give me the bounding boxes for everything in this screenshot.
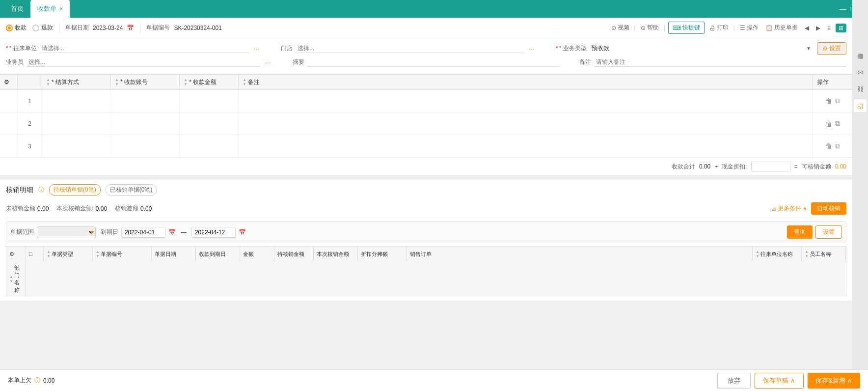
uncancelled-value: 0.00 [37,205,49,212]
bcol-current: 本次核销金额 [314,247,358,261]
calendar-icon[interactable]: 📅 [127,25,134,31]
discard-btn[interactable]: 放弃 [717,373,751,389]
cell-amount-3[interactable] [180,135,239,157]
shortcut-btn[interactable]: ⌨ 快捷键 [668,22,705,34]
help-btn[interactable]: ⊙ 帮助 [639,23,661,33]
bcol-due-date: 收款到期日 [196,247,240,261]
bcol-party: ▲▼往来单位名称 [753,247,802,261]
bcol-employee: ▲▼员工名称 [802,247,846,261]
tab-home[interactable]: 首页 [4,0,30,18]
video-btn[interactable]: ⊙ 视频 [609,23,631,33]
prev-icon[interactable]: ◀ [803,24,811,32]
cell-remark-2[interactable] [239,112,813,135]
radio-receipt[interactable]: 收款 [6,24,27,32]
info-icon[interactable]: ⓘ [38,186,44,194]
counter-party-input[interactable] [40,44,249,53]
remarks-field: 备注 [579,57,846,67]
sidebar-table-icon[interactable]: ▦ [854,49,867,62]
cell-account-1[interactable] [111,90,180,112]
store-input[interactable] [296,44,523,53]
salesperson-field: 业务员 ··· [6,57,273,67]
data-table: ⚙ ▲▼ * 结算方式 ▲▼ * 收款账号 ▲▼ * 收款金额 ▲▼ 备注 操作 [0,74,852,158]
delete-icon-1[interactable]: 🗑 [825,97,832,105]
cell-account-3[interactable] [111,135,180,157]
delete-icon-3[interactable]: 🗑 [825,142,832,150]
cell-remark-3[interactable] [239,135,813,157]
salesperson-input[interactable] [27,57,260,67]
store-label: 门店 [281,44,293,53]
auto-offset-btn[interactable]: 自动核销 [811,202,846,215]
copy-icon-3[interactable]: ⧉ [835,142,840,150]
counter-party-more-btn[interactable]: ··· [251,45,261,53]
tab-receipt[interactable]: 收款单 × [30,0,70,18]
history-btn[interactable]: 📋 历史单据 [763,23,800,33]
uncancelled-label: 未核销金额 [6,204,35,213]
cal-from-icon[interactable]: 📅 [168,229,176,236]
cell-amount-1[interactable] [180,90,239,112]
copy-icon-1[interactable]: ⧉ [835,97,840,105]
bottom-table-header: ⚙ □ ▲▼单据类型 ▲▼单据编号 单据日期 收款到期日 金额 待核销金额 本次… [6,246,846,297]
business-type-dropdown[interactable]: ▼ [806,46,811,51]
filter-stats-row: 未核销金额 0.00 本次核销金额: 0.00 核销差额 0.00 ⊿ 更多条件… [6,199,846,218]
col-action: 操作 [813,75,852,89]
form-area: ** 往来单位 ··· 门店 ··· ** 业务类型 预收款 ▼ ⚙ [0,38,852,74]
radio-refund[interactable]: 退款 [32,24,53,32]
range-select[interactable] [37,226,96,238]
save-draft-btn[interactable]: 保存草稿 ∧ [755,373,804,389]
bcol-settings[interactable]: ⚙ [6,247,26,261]
sidebar-email-icon[interactable]: ✉ [854,66,867,79]
remarks-input[interactable] [594,57,846,67]
settings-btn[interactable]: ⚙ 设置 [817,42,846,55]
grid-view-btn[interactable]: ⊞ [836,24,846,32]
filter-settings-btn[interactable]: 设置 [815,225,842,239]
print-btn[interactable]: 🖨 打印 [707,23,731,33]
business-type-label: ** 业务类型 [556,44,587,53]
copy-icon-2[interactable]: ⧉ [835,119,840,128]
summary-input[interactable] [307,57,560,67]
tab-pending[interactable]: 待核销单据(0笔) [49,184,101,196]
bcol-check[interactable]: □ [26,247,44,261]
business-type-value: 预收款 [590,43,803,54]
cell-settlement-1[interactable] [42,90,111,112]
minimize-icon[interactable]: — [840,5,846,13]
summary-bar: 收款合计 0.00 + 现金折扣: = 可核销金额 0.00 [0,158,852,176]
list-icon[interactable]: ≡ [825,24,833,32]
range-dropdown-icon[interactable]: ▼ [89,229,95,236]
form-row-2: 业务员 ··· 摘要 备注 [6,57,846,67]
operation-btn[interactable]: ☰ 操作 [738,23,760,33]
bcol-pending: 待核销金额 [274,247,314,261]
cell-action-2: 🗑 ⧉ [813,112,852,135]
receipt-type-group: 收款 退款 [6,24,53,32]
tab-done[interactable]: 已核销单据(0笔) [106,184,157,196]
last-order-label: 本单上欠 [8,376,31,385]
store-more-btn[interactable]: ··· [526,45,536,53]
toolbar-right: ⊙ 视频 | ⊙ 帮助 | ⌨ 快捷键 🖨 打印 | ☰ 操作 📋 历史单据 ◀… [609,22,846,34]
bcol-type: ▲▼单据类型 [44,247,93,261]
tab-bar: 首页 收款单 × — □ ✕ [0,0,868,18]
cell-empty-3 [0,135,18,157]
diff-item: 核销差额 0.00 [115,204,152,213]
info-icon-footer[interactable]: ⓘ [34,376,40,385]
sidebar-link-icon[interactable]: ⛓ [854,83,867,95]
date-from-input[interactable]: 2022-04-01 [121,227,165,238]
table-row: 1 🗑 ⧉ [0,90,852,112]
tab-close-icon[interactable]: × [59,5,63,12]
next-icon[interactable]: ▶ [814,24,822,32]
plus-sign: + [714,163,718,170]
cell-settlement-2[interactable] [42,112,111,135]
query-btn[interactable]: 查询 [787,225,813,239]
cell-settlement-3[interactable] [42,135,111,157]
delete-icon-2[interactable]: 🗑 [825,120,832,128]
cell-remark-1[interactable] [239,90,813,112]
cell-account-2[interactable] [111,112,180,135]
col-settings[interactable]: ⚙ [0,75,18,89]
salesperson-more-btn[interactable]: ··· [263,58,273,66]
more-conditions-btn[interactable]: ⊿ 更多条件 ∧ [771,204,807,213]
date-to-input[interactable]: 2022-04-12 [191,227,236,238]
gear-icon: ⚙ [822,45,828,52]
sidebar-camera-icon[interactable]: ◱ [854,99,867,112]
discount-input[interactable] [751,162,790,171]
cal-to-icon[interactable]: 📅 [239,229,246,236]
save-new-btn[interactable]: 保存&新增 ∧ [808,373,860,389]
cell-amount-2[interactable] [180,112,239,135]
